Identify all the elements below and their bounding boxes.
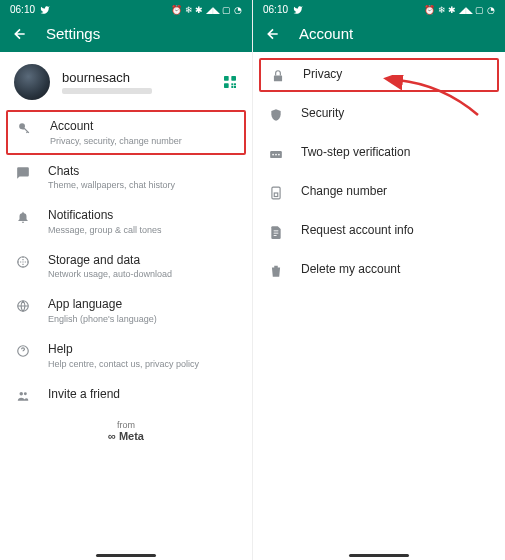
item-sub: Help centre, contact us, privacy policy [48, 359, 238, 369]
app-header: Settings [0, 17, 252, 52]
item-title: Chats [48, 164, 238, 180]
profile-row[interactable]: bournesach [0, 52, 252, 110]
item-title: Help [48, 342, 238, 358]
svg-rect-4 [234, 86, 236, 88]
shield-icon [267, 106, 285, 122]
account-list: Privacy Security Two-step verification [253, 52, 505, 287]
sim-icon [267, 184, 285, 200]
item-request-info[interactable]: Request account info [253, 209, 505, 248]
screenshot-account: 06:10 ⏰ ❄ ✱ ◢◣ ▢ ◔ Account Priva [253, 0, 505, 560]
item-change-number[interactable]: Change number [253, 170, 505, 209]
svg-rect-0 [224, 76, 229, 81]
status-bar: 06:10 ⏰ ❄ ✱ ◢◣ ▢ ◔ [253, 0, 505, 17]
settings-list: Account Privacy, security, change number… [0, 110, 252, 412]
item-title: Delete my account [301, 262, 491, 278]
item-title: Two-step verification [301, 145, 491, 161]
footer-from: from [0, 420, 252, 430]
item-title: Account [50, 119, 236, 135]
item-sub: Network usage, auto-download [48, 269, 238, 279]
item-delete-account[interactable]: Delete my account [253, 248, 505, 287]
status-time: 06:10 [263, 4, 288, 15]
highlight-privacy: Privacy [259, 58, 499, 92]
item-title: Invite a friend [48, 387, 238, 403]
item-title: Security [301, 106, 491, 122]
svg-rect-6 [234, 83, 236, 85]
back-icon[interactable] [265, 26, 281, 42]
item-account[interactable]: Account Privacy, security, change number [16, 119, 236, 146]
item-title: Change number [301, 184, 491, 200]
item-sub: Privacy, security, change number [50, 136, 236, 146]
item-sub: English (phone's language) [48, 314, 238, 324]
item-sub: Message, group & call tones [48, 225, 238, 235]
doc-icon [267, 223, 285, 239]
item-storage[interactable]: Storage and data Network usage, auto-dow… [0, 244, 252, 289]
qr-icon[interactable] [222, 74, 238, 90]
twitter-icon [40, 5, 50, 15]
screenshot-settings: 06:10 ⏰ ❄ ✱ ◢◣ ▢ ◔ Settings bournesach [0, 0, 253, 560]
nav-bar [0, 544, 252, 560]
footer: from ∞ Meta [0, 412, 252, 450]
status-icons: ⏰ ❄ ✱ ◢◣ ▢ ◔ [171, 5, 242, 15]
svg-point-11 [24, 392, 27, 395]
globe-icon [14, 297, 32, 313]
item-chats[interactable]: Chats Theme, wallpapers, chat history [0, 155, 252, 200]
svg-point-10 [20, 391, 24, 395]
meta-logo: ∞ Meta [0, 430, 252, 442]
svg-point-14 [272, 154, 274, 156]
item-notifications[interactable]: Notifications Message, group & call tone… [0, 199, 252, 244]
twitter-icon [293, 5, 303, 15]
svg-rect-3 [231, 83, 233, 85]
app-header: Account [253, 17, 505, 52]
item-sub: Theme, wallpapers, chat history [48, 180, 238, 190]
trash-icon [267, 262, 285, 278]
help-icon [14, 342, 32, 358]
back-icon[interactable] [12, 26, 28, 42]
bell-icon [14, 208, 32, 224]
profile-name: bournesach [62, 70, 210, 85]
svg-rect-5 [231, 86, 233, 88]
item-title: Request account info [301, 223, 491, 239]
twostep-icon [267, 146, 285, 160]
item-twostep[interactable]: Two-step verification [253, 131, 505, 170]
svg-point-15 [275, 154, 277, 156]
data-icon [14, 253, 32, 269]
header-title: Settings [46, 25, 100, 42]
avatar [14, 64, 50, 100]
svg-rect-12 [274, 75, 282, 81]
key-icon [16, 119, 34, 135]
svg-rect-2 [224, 83, 229, 88]
item-language[interactable]: App language English (phone's language) [0, 288, 252, 333]
item-title: Privacy [303, 67, 489, 83]
item-title: App language [48, 297, 238, 313]
item-help[interactable]: Help Help centre, contact us, privacy po… [0, 333, 252, 378]
status-time: 06:10 [10, 4, 35, 15]
svg-point-16 [278, 154, 280, 156]
svg-rect-1 [231, 76, 236, 81]
svg-rect-18 [274, 193, 278, 197]
chat-icon [14, 164, 32, 180]
invite-icon [14, 387, 32, 403]
status-icons: ⏰ ❄ ✱ ◢◣ ▢ ◔ [424, 5, 495, 15]
nav-bar [253, 544, 505, 560]
header-title: Account [299, 25, 353, 42]
status-bar: 06:10 ⏰ ❄ ✱ ◢◣ ▢ ◔ [0, 0, 252, 17]
item-invite[interactable]: Invite a friend [0, 378, 252, 412]
item-title: Storage and data [48, 253, 238, 269]
lock-icon [269, 67, 287, 83]
item-security[interactable]: Security [253, 92, 505, 131]
item-privacy[interactable]: Privacy [269, 67, 489, 83]
highlight-account: Account Privacy, security, change number [6, 110, 246, 155]
profile-status-placeholder [62, 88, 152, 94]
item-title: Notifications [48, 208, 238, 224]
